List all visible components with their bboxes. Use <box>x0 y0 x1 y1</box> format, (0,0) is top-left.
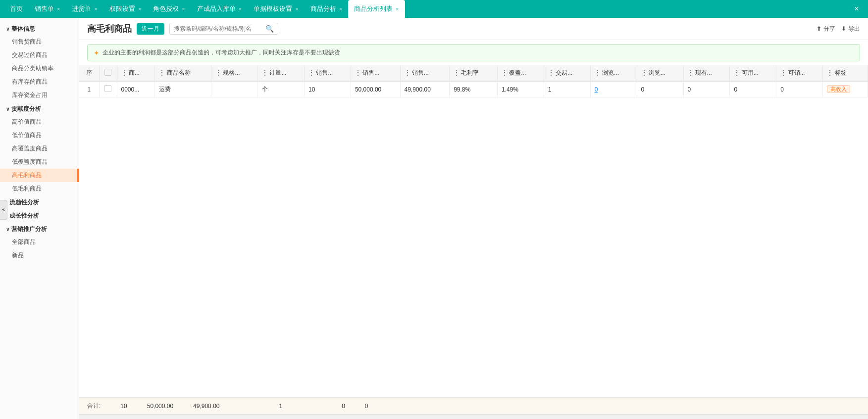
filter-recent-month-button[interactable]: 近一月 <box>137 23 164 35</box>
nav-tab-0[interactable]: 首页 <box>4 0 29 18</box>
nav-tab-1[interactable]: 销售单× <box>29 0 66 18</box>
info-icon: ✦ <box>94 49 100 57</box>
table-col-header-check[interactable] <box>99 65 117 81</box>
nav-tab-6[interactable]: 单据模板设置× <box>248 0 304 18</box>
sidebar-collapse-button[interactable]: « <box>0 200 7 220</box>
table-col-header-view1[interactable]: ⋮ 浏览... <box>590 65 637 81</box>
row-checkbox-0[interactable] <box>104 85 111 92</box>
select-all-checkbox[interactable] <box>104 69 111 76</box>
cell-coverage-0: 1.49% <box>497 81 544 97</box>
content-area: 高毛利商品 近一月 🔍 ⬆ 分享 ⬇ 导出 ✦ 企业的主要的利润都是这部分商品创… <box>79 18 868 419</box>
data-table: 序⋮ 商...⋮ 商品名称⋮ 规格...⋮ 计量...⋮ 销售...⋮ 销售..… <box>79 65 868 97</box>
tag-badge-0: 高收入 <box>827 85 850 93</box>
col-label-gross_margin: ⋮ 毛利率 <box>454 69 479 76</box>
table-col-header-seq[interactable]: 序 <box>79 65 99 81</box>
table-col-header-transaction[interactable]: ⋮ 交易... <box>544 65 590 81</box>
nav-tab-close-7[interactable]: × <box>339 6 342 12</box>
horizontal-scrollbar[interactable] <box>79 414 868 419</box>
sidebar-item-1-4[interactable]: 高毛利商品 <box>0 169 79 182</box>
table-row: 10000...运费个1050,000.0049,900.0099.8%1.49… <box>79 81 868 97</box>
sidebar-item-1-3[interactable]: 低覆盖度商品 <box>0 155 79 169</box>
main-layout: ∨整体信息销售货商品交易过的商品商品分类助销率有库存的商品库存资金占用∨贡献度分… <box>0 18 868 419</box>
sidebar-group-label-1: 贡献度分析 <box>11 105 41 113</box>
header-actions: ⬆ 分享 ⬇ 导出 <box>817 25 860 33</box>
footer-available: 0 <box>365 403 368 410</box>
col-label-coverage: ⋮ 覆盖... <box>502 69 526 76</box>
table-col-header-available[interactable]: ⋮ 可用... <box>730 65 776 81</box>
export-button[interactable]: ⬇ 导出 <box>841 25 860 33</box>
search-input[interactable] <box>174 25 265 32</box>
sidebar-group-1[interactable]: ∨贡献度分析 <box>0 102 79 115</box>
nav-tab-close-6[interactable]: × <box>295 6 298 12</box>
cell-current_stock-0: 0 <box>683 81 730 97</box>
sidebar-item-0-2[interactable]: 商品分类助销率 <box>0 62 79 75</box>
table-col-header-sales_amount[interactable]: ⋮ 销售... <box>351 65 400 81</box>
table-col-header-current_stock[interactable]: ⋮ 现有... <box>683 65 730 81</box>
cell-view2-0: 0 <box>637 81 683 97</box>
table-col-header-name[interactable]: ⋮ 商品名称 <box>155 65 211 81</box>
sidebar-group-2[interactable]: ›流趋性分析 <box>0 195 79 209</box>
cell-gross_margin-0: 99.8% <box>450 81 498 97</box>
cell-name-0: 运费 <box>155 81 211 97</box>
nav-tab-3[interactable]: 权限设置× <box>103 0 147 18</box>
nav-tab-7[interactable]: 商品分析× <box>305 0 348 18</box>
sidebar-item-1-2[interactable]: 高覆盖度商品 <box>0 142 79 155</box>
col-label-sales_amount: ⋮ 销售... <box>355 69 379 76</box>
sidebar: ∨整体信息销售货商品交易过的商品商品分类助销率有库存的商品库存资金占用∨贡献度分… <box>0 18 79 419</box>
top-navigation: 首页销售单×进货单×权限设置×角色授权×产成品入库单×单据模板设置×商品分析×商… <box>0 0 868 18</box>
table-col-header-gross_margin[interactable]: ⋮ 毛利率 <box>450 65 498 81</box>
table-col-header-spec[interactable]: ⋮ 规格... <box>211 65 258 81</box>
col-label-transaction: ⋮ 交易... <box>548 69 572 76</box>
nav-tab-5[interactable]: 产成品入库单× <box>191 0 248 18</box>
footer-sales-cost: 49,900.00 <box>193 403 219 410</box>
sidebar-item-0-3[interactable]: 有库存的商品 <box>0 75 79 89</box>
table-col-header-unit[interactable]: ⋮ 计量... <box>258 65 305 81</box>
col-label-current_stock: ⋮ 现有... <box>688 69 712 76</box>
export-icon: ⬇ <box>841 25 846 32</box>
cell-spec-0 <box>211 81 258 97</box>
col-label-spec: ⋮ 规格... <box>215 69 240 76</box>
footer-sales-qty: 10 <box>120 403 127 410</box>
table-col-header-code[interactable]: ⋮ 商... <box>117 65 155 81</box>
nav-tab-close-3[interactable]: × <box>138 6 141 12</box>
nav-tab-close-8[interactable]: × <box>396 6 399 12</box>
cell-unit-0: 个 <box>258 81 305 97</box>
nav-tab-close-1[interactable]: × <box>57 6 60 12</box>
col-label-unit: ⋮ 计量... <box>262 69 286 76</box>
table-col-header-saleable[interactable]: ⋮ 可销... <box>776 65 823 81</box>
window-close-button[interactable]: × <box>849 1 864 16</box>
sidebar-group-3[interactable]: ›成长性分析 <box>0 209 79 222</box>
table-col-header-sales_cost[interactable]: ⋮ 销售... <box>400 65 450 81</box>
nav-tab-8[interactable]: 商品分析列表× <box>348 0 405 18</box>
sidebar-item-4-0[interactable]: 全部商品 <box>0 235 79 249</box>
cell-sales_cost-0: 49,900.00 <box>400 81 450 97</box>
nav-tab-4[interactable]: 角色授权× <box>147 0 191 18</box>
sidebar-item-1-0[interactable]: 高价值商品 <box>0 115 79 129</box>
share-icon: ⬆ <box>817 25 821 32</box>
col-label-code: ⋮ 商... <box>121 69 140 76</box>
sidebar-group-0[interactable]: ∨整体信息 <box>0 22 79 35</box>
sidebar-item-0-4[interactable]: 库存资金占用 <box>0 89 79 102</box>
sidebar-item-0-0[interactable]: 销售货商品 <box>0 35 79 48</box>
sidebar-item-1-5[interactable]: 低毛利商品 <box>0 182 79 195</box>
footer-label: 合计: <box>87 402 101 410</box>
nav-tab-2[interactable]: 进货单× <box>66 0 103 18</box>
nav-tab-close-2[interactable]: × <box>94 6 97 12</box>
share-button[interactable]: ⬆ 分享 <box>817 25 835 33</box>
nav-tab-close-4[interactable]: × <box>182 6 185 12</box>
sidebar-item-0-1[interactable]: 交易过的商品 <box>0 48 79 62</box>
col-label-sales_cost: ⋮ 销售... <box>405 69 429 76</box>
table-col-header-coverage[interactable]: ⋮ 覆盖... <box>497 65 544 81</box>
table-col-header-view2[interactable]: ⋮ 浏览... <box>637 65 683 81</box>
sidebar-item-4-1[interactable]: 新品 <box>0 249 79 262</box>
sidebar-item-1-1[interactable]: 低价值商品 <box>0 129 79 142</box>
table-col-header-sales_qty[interactable]: ⋮ 销售... <box>304 65 351 81</box>
sidebar-group-arrow-1: ∨ <box>6 106 9 112</box>
col-label-view1: ⋮ 浏览... <box>595 69 619 76</box>
view1-link-0[interactable]: 0 <box>595 86 598 93</box>
sidebar-group-4[interactable]: ∨营销推广分析 <box>0 222 79 235</box>
search-icon[interactable]: 🔍 <box>265 25 274 33</box>
info-banner: ✦ 企业的主要的利润都是这部分商品创造的，可考虑加大推广，同时关注库存是不要出现… <box>87 44 860 61</box>
nav-tab-close-5[interactable]: × <box>239 6 242 12</box>
table-col-header-tag[interactable]: ⋮ 标签 <box>823 65 868 81</box>
